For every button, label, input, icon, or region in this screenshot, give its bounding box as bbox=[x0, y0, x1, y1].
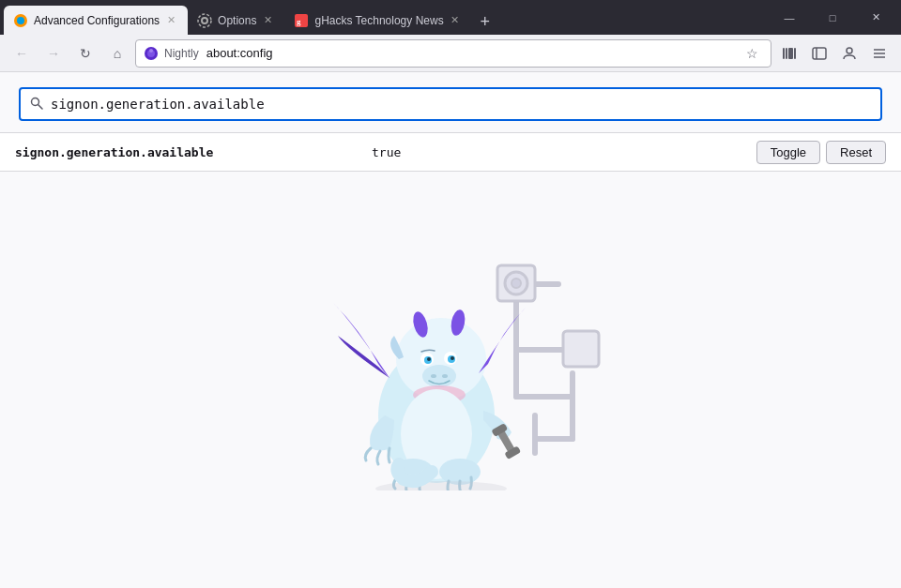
svg-text:g: g bbox=[297, 17, 301, 26]
svg-point-41 bbox=[450, 356, 454, 360]
gear-tab-icon bbox=[197, 13, 212, 28]
svg-point-40 bbox=[427, 357, 431, 361]
window-controls: — □ ✕ bbox=[768, 0, 897, 35]
config-name: signon.generation.available bbox=[15, 145, 372, 159]
toggle-button[interactable]: Toggle bbox=[756, 141, 820, 164]
reset-button[interactable]: Reset bbox=[826, 141, 886, 164]
svg-point-1 bbox=[17, 17, 24, 24]
svg-point-43 bbox=[431, 374, 436, 378]
svg-point-2 bbox=[202, 18, 207, 23]
bookmark-star[interactable]: ☆ bbox=[741, 42, 763, 65]
toolbar-right bbox=[775, 39, 893, 68]
sidebar-button[interactable] bbox=[805, 39, 833, 68]
config-value: true bbox=[372, 145, 756, 159]
url-text: about:config bbox=[206, 46, 735, 60]
config-table: signon.generation.available true Toggle … bbox=[0, 132, 901, 172]
minimize-button[interactable]: — bbox=[768, 0, 811, 35]
search-section: signon.generation.available bbox=[0, 72, 901, 132]
tab-close-options[interactable]: ✕ bbox=[260, 13, 275, 28]
tab-options[interactable]: Options ✕ bbox=[188, 6, 284, 35]
tab-close-ghacks[interactable]: ✕ bbox=[448, 13, 463, 28]
protocol-label: Nightly bbox=[164, 47, 199, 60]
ghacks-icon: g bbox=[294, 13, 309, 28]
svg-point-25 bbox=[512, 279, 521, 288]
nightly-icon bbox=[144, 46, 159, 61]
svg-rect-11 bbox=[788, 48, 793, 59]
svg-rect-27 bbox=[563, 331, 599, 367]
svg-point-8 bbox=[149, 49, 153, 53]
config-row: signon.generation.available true Toggle … bbox=[0, 133, 901, 171]
svg-rect-9 bbox=[783, 48, 785, 59]
close-button[interactable]: ✕ bbox=[854, 0, 897, 35]
tab-label-options: Options bbox=[218, 14, 256, 27]
tab-strip: Advanced Configurations ✕ Options ✕ g bbox=[4, 0, 760, 35]
home-button[interactable]: ⌂ bbox=[103, 39, 131, 68]
address-bar[interactable]: Nightly about:config ☆ bbox=[135, 39, 771, 68]
svg-line-20 bbox=[38, 104, 43, 109]
title-bar: Advanced Configurations ✕ Options ✕ g bbox=[0, 0, 901, 35]
reload-button[interactable]: ↻ bbox=[71, 39, 99, 68]
back-button[interactable]: ← bbox=[8, 39, 36, 68]
menu-button[interactable] bbox=[865, 39, 893, 68]
svg-rect-10 bbox=[786, 48, 787, 59]
dragon-svg bbox=[296, 228, 605, 490]
page-content: signon.generation.available signon.gener… bbox=[0, 72, 901, 588]
tab-ghacks[interactable]: g gHacks Technology News ✕ bbox=[284, 6, 471, 35]
search-icon bbox=[30, 97, 43, 113]
svg-point-3 bbox=[198, 14, 211, 27]
config-actions: Toggle Reset bbox=[756, 141, 886, 164]
svg-point-15 bbox=[847, 48, 852, 53]
svg-rect-12 bbox=[794, 48, 796, 59]
library-button[interactable] bbox=[775, 39, 803, 68]
tab-close-advanced[interactable]: ✕ bbox=[163, 13, 178, 28]
firefox-icon bbox=[13, 13, 28, 28]
maximize-button[interactable]: □ bbox=[811, 0, 854, 35]
tab-label-ghacks: gHacks Technology News bbox=[314, 14, 443, 27]
tab-label-advanced: Advanced Configurations bbox=[34, 14, 160, 27]
navigation-toolbar: ← → ↻ ⌂ Nightly about:config ☆ bbox=[0, 35, 901, 72]
svg-rect-13 bbox=[813, 48, 826, 59]
forward-button[interactable]: → bbox=[39, 39, 68, 68]
search-box[interactable]: signon.generation.available bbox=[19, 87, 882, 121]
dragon-illustration-area bbox=[0, 228, 901, 490]
tab-advanced-configurations[interactable]: Advanced Configurations ✕ bbox=[4, 6, 188, 35]
svg-point-44 bbox=[442, 374, 448, 378]
new-tab-button[interactable]: + bbox=[472, 8, 498, 35]
account-button[interactable] bbox=[835, 39, 863, 68]
search-input[interactable]: signon.generation.available bbox=[51, 97, 871, 112]
